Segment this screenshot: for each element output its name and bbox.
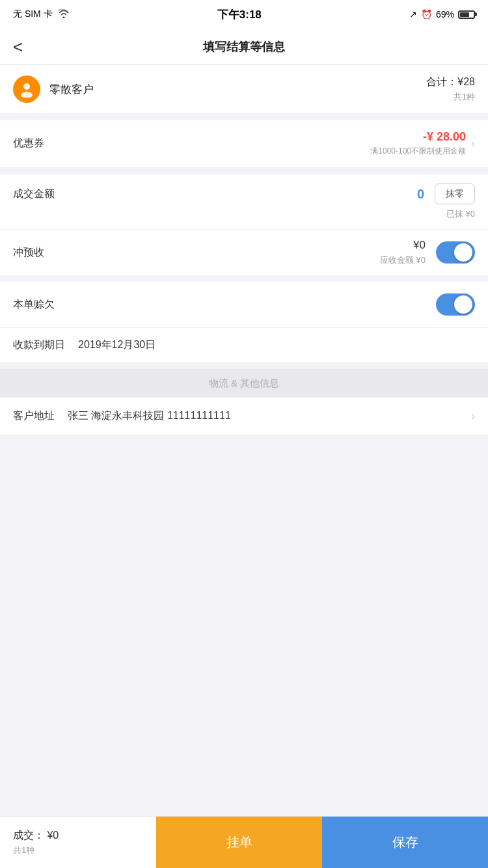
coupon-amount: -¥ 28.00 [370,130,466,144]
logistics-label: 物流 & 其他信息 [209,377,279,390]
svg-point-0 [23,83,30,90]
battery-icon [458,10,475,19]
coupon-chevron-icon: › [471,137,475,150]
round-button[interactable]: 抹零 [435,183,475,204]
battery-percent: 69% [436,9,454,20]
prepay-label: 冲预收 [13,246,44,260]
toggle-thumb [454,243,472,262]
deal-amount-value: 0 [417,187,424,202]
status-left: 无 SIM 卡 [13,8,70,20]
duedate-value: 2019年12月30日 [78,338,156,352]
bottom-bar: 成交： ¥0 共1种 挂单 保存 [0,816,488,868]
customer-right: 合计：¥28 共1种 [426,75,475,103]
status-bar: 无 SIM 卡 下午3:18 ↗ ⏰ 69% [0,0,488,29]
coupon-card[interactable]: 优惠券 -¥ 28.00 满1000-100不限制使用金额 › [0,120,488,167]
coupon-right: -¥ 28.00 满1000-100不限制使用金额 › [370,130,475,157]
address-chevron-icon: › [471,409,475,423]
prepay-sub: 应收金额 ¥0 [380,254,426,266]
alarm-icon: ⏰ [421,9,432,20]
debt-toggle-thumb [454,295,472,314]
avatar [13,75,40,103]
address-label: 客户地址 [13,409,55,423]
nav-bar: < 填写结算等信息 [0,29,488,65]
content: 零散客户 合计：¥28 共1种 优惠券 -¥ 28.00 满1000-100不限… [0,65,488,500]
prepay-row: 冲预收 ¥0 应收金额 ¥0 [0,229,488,275]
duedate-label: 收款到期日 [13,338,65,352]
total-count: 共1种 [426,91,475,103]
status-right: ↗ ⏰ 69% [409,9,475,20]
svg-point-1 [21,92,33,98]
save-button[interactable]: 保存 [322,817,488,868]
debt-label: 本单赊欠 [13,298,55,312]
bottom-deal: 成交： ¥0 [13,829,143,843]
customer-card: 零散客户 合计：¥28 共1种 [0,65,488,113]
deal-sub-text: 已抹 ¥0 [13,208,475,220]
wifi-icon [58,9,70,20]
prepay-value: ¥0 [380,239,426,252]
carrier-text: 无 SIM 卡 [13,8,53,20]
status-time: 下午3:18 [217,7,262,22]
prepay-toggle[interactable] [436,241,475,264]
location-icon: ↗ [409,9,417,20]
deal-amount-label: 成交金额 [13,187,55,201]
coupon-desc: 满1000-100不限制使用金额 [370,146,466,157]
duedate-row: 收款到期日 2019年12月30日 [0,327,488,362]
deal-amount-row: 成交金额 0 抹零 已抹 ¥0 [0,174,488,229]
bottom-summary: 成交： ¥0 共1种 [0,829,156,856]
logistics-section: 物流 & 其他信息 [0,369,488,398]
bottom-count: 共1种 [13,845,143,856]
deal-prepay-card: 成交金额 0 抹零 已抹 ¥0 冲预收 ¥0 应收金额 ¥0 [0,174,488,275]
total-amount: 合计：¥28 [426,75,475,89]
debt-row: 本单赊欠 [0,282,488,327]
coupon-row[interactable]: 优惠券 -¥ 28.00 满1000-100不限制使用金额 › [0,120,488,167]
hang-button[interactable]: 挂单 [156,817,322,868]
back-button[interactable]: < [13,36,28,58]
debt-toggle[interactable] [436,293,475,316]
prepay-left: 冲预收 [13,246,44,260]
customer-name: 零散客户 [49,82,94,97]
customer-left: 零散客户 [13,75,94,103]
address-row[interactable]: 客户地址 张三 海淀永丰科技园 11111111111 › [0,398,488,435]
customer-row: 零散客户 合计：¥28 共1种 [0,65,488,113]
page-title: 填写结算等信息 [203,39,285,55]
address-value: 张三 海淀永丰科技园 11111111111 [68,409,466,423]
debt-card: 本单赊欠 收款到期日 2019年12月30日 [0,282,488,362]
coupon-label: 优惠券 [13,137,44,150]
prepay-right: ¥0 应收金额 ¥0 [380,239,475,266]
